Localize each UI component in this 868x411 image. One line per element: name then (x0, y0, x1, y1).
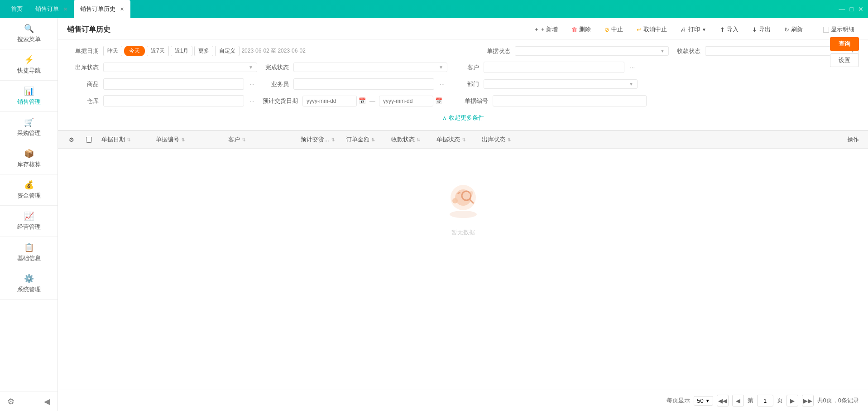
th-no[interactable]: 单据编号 ⇅ (151, 135, 224, 144)
cancel-stop-button[interactable]: ↩ 取消中止 (632, 24, 671, 35)
system-icon: ⚙️ (24, 274, 34, 284)
date-btn-yesterday[interactable]: 昨天 (103, 46, 122, 56)
filter-collapse-btn[interactable]: ∧ 收起更多条件 (67, 112, 859, 124)
delivery-start-cal-icon[interactable]: 📅 (359, 97, 366, 104)
delete-icon: 🗑 (571, 26, 577, 33)
th-payment-status[interactable]: 收款状态 ⇅ (387, 135, 432, 144)
date-btn-7days[interactable]: 近7天 (147, 46, 169, 56)
minimize-icon[interactable]: — (839, 5, 845, 13)
filter-complete-select[interactable]: ▼ (293, 63, 447, 72)
sidebar-item-sales-mgmt[interactable]: 📊 销售管理 (0, 81, 58, 112)
restore-icon[interactable]: □ (850, 5, 854, 13)
filter-outbound-select[interactable]: ▼ (103, 63, 257, 72)
th-checkbox[interactable] (81, 137, 97, 143)
warehouse-more-icon[interactable]: ··· (247, 97, 257, 104)
select-all-checkbox[interactable] (86, 137, 92, 143)
goods-more-icon[interactable]: ··· (247, 81, 257, 87)
tab-sales-order[interactable]: 销售订单 ✕ (29, 0, 74, 18)
display-detail-toggle[interactable]: 显示明细 (819, 24, 859, 35)
th-payment-label: 收款状态 (391, 135, 415, 144)
salesperson-more-icon[interactable]: ··· (437, 81, 447, 87)
query-button[interactable]: 查询 (830, 37, 859, 51)
sidebar-toggle-icon[interactable]: ◀ (44, 396, 50, 406)
th-settings[interactable]: ⚙ (62, 136, 81, 143)
filter-salesperson-input[interactable] (293, 78, 434, 90)
th-outbound-status[interactable]: 出库状态 ⇅ (477, 135, 523, 144)
sidebar-item-system[interactable]: ⚙️ 系统管理 (0, 268, 58, 300)
date-btn-today[interactable]: 今天 (124, 46, 145, 56)
filter-dept-select[interactable]: ▼ (484, 79, 638, 89)
date-btn-1month[interactable]: 近1月 (171, 46, 193, 56)
filter-status-select[interactable]: ▼ (515, 46, 669, 56)
set-button[interactable]: 设置 (830, 53, 859, 67)
pagination-total: 共0页，0条记录 (817, 396, 859, 405)
close-window-icon[interactable]: ✕ (858, 5, 863, 13)
status-arrow-icon: ▼ (660, 48, 665, 53)
prev-page-icon: ◀ (736, 397, 740, 404)
th-outbound-sort-icon: ⇅ (507, 137, 511, 142)
tab-sales-history[interactable]: 销售订单历史 ✕ (74, 0, 130, 18)
delivery-end-input[interactable] (379, 96, 433, 106)
export-button[interactable]: ⬇ 导出 (748, 24, 775, 35)
th-status-sort-icon: ⇅ (462, 137, 465, 142)
th-amount[interactable]: 订单金额 ⇅ (341, 135, 387, 144)
page-number-input[interactable] (757, 395, 773, 406)
th-doc-status[interactable]: 单据状态 ⇅ (432, 135, 477, 144)
delete-label: 删除 (579, 25, 591, 34)
refresh-button[interactable]: ↻ 刷新 (780, 24, 807, 35)
sidebar-item-basic-info[interactable]: 📋 基础信息 (0, 237, 58, 268)
filter-customer-label: 客户 (447, 63, 484, 72)
th-date[interactable]: 单据日期 ⇅ (97, 135, 151, 144)
stop-label: 中止 (611, 25, 623, 34)
table-header: ⚙ 单据日期 ⇅ 单据编号 ⇅ 客户 ⇅ 预计交货... (58, 131, 868, 149)
display-detail-checkbox[interactable] (823, 27, 829, 33)
collapse-arrow-icon: ∧ (442, 115, 447, 121)
th-status-label: 单据状态 (436, 135, 460, 144)
operations-icon: 📈 (24, 211, 34, 221)
pagination-last-button[interactable]: ▶▶ (802, 395, 814, 406)
tab-home[interactable]: 首页 (5, 0, 29, 18)
sidebar-item-inventory[interactable]: 📦 库存核算 (0, 143, 58, 174)
filter-doc-no-input[interactable] (493, 95, 647, 106)
th-operation: 操作 (523, 135, 863, 144)
th-date-sort-icon: ⇅ (127, 137, 130, 142)
delete-button[interactable]: 🗑 删除 (567, 24, 595, 35)
th-customer[interactable]: 客户 ⇅ (224, 135, 296, 144)
sidebar-item-quick-nav[interactable]: ⚡ 快捷导航 (0, 49, 58, 81)
pagination-first-button[interactable]: ◀◀ (717, 395, 729, 406)
th-delivery[interactable]: 预计交货... ⇅ (296, 135, 341, 144)
sidebar-item-finance[interactable]: 💰 资金管理 (0, 174, 58, 206)
th-customer-sort-icon: ⇅ (242, 137, 245, 142)
filter-warehouse-input[interactable] (103, 95, 244, 106)
sidebar-item-inventory-label: 库存核算 (17, 160, 41, 169)
print-button[interactable]: 🖨 打印 ▼ (676, 24, 711, 35)
sidebar-item-operations[interactable]: 📈 经营管理 (0, 206, 58, 237)
stop-button[interactable]: ⊘ 中止 (600, 24, 628, 35)
customer-more-icon[interactable]: ··· (627, 64, 638, 71)
date-btn-custom[interactable]: 自定义 (215, 46, 240, 56)
date-btn-more[interactable]: 更多 (194, 46, 213, 56)
print-arrow-icon: ▼ (702, 27, 706, 32)
search-menu-icon: 🔍 (24, 24, 34, 34)
new-button[interactable]: ＋ + 新增 (529, 24, 562, 35)
filter-date-field: 昨天 今天 近7天 近1月 更多 自定义 2023-06-02 至 2023-0… (103, 46, 479, 56)
th-op-label: 操作 (847, 135, 859, 144)
tab-sales-history-close[interactable]: ✕ (120, 6, 124, 12)
sidebar-item-search-menu[interactable]: 🔍 搜索菜单 (0, 18, 58, 49)
import-button[interactable]: ⬆ 导入 (715, 24, 743, 35)
tab-sales-order-label: 销售订单 (35, 5, 59, 13)
dept-arrow-icon: ▼ (629, 82, 633, 87)
tab-sales-order-close[interactable]: ✕ (63, 6, 67, 12)
delivery-start-input[interactable] (302, 96, 357, 106)
delivery-end-cal-icon[interactable]: 📅 (435, 97, 442, 104)
sidebar-item-basic-info-label: 基础信息 (17, 254, 41, 262)
filter-goods-input[interactable] (103, 78, 244, 90)
th-amount-sort-icon: ⇅ (371, 137, 375, 142)
pagination-prev-button[interactable]: ◀ (732, 395, 744, 406)
sidebar-settings-icon[interactable]: ⚙ (7, 396, 14, 406)
sidebar-item-purchase-mgmt[interactable]: 🛒 采购管理 (0, 112, 58, 143)
page-size-select[interactable]: 50 ▼ (694, 396, 713, 406)
pagination-next-button[interactable]: ▶ (786, 395, 798, 406)
filter-customer-input[interactable] (484, 62, 624, 73)
empty-illustration (441, 176, 486, 221)
